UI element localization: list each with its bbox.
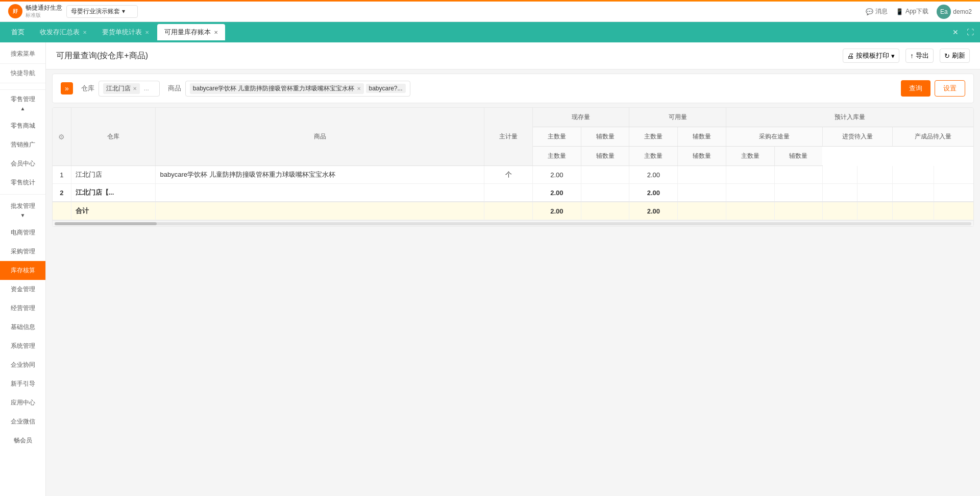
main-layout: 搜索菜单 快捷导航 零售管理 ▲ 零售商城 营销推广 会员中心 零售统计 批发管… [0, 42, 980, 496]
sidebar-quicknav[interactable]: 快捷导航 [0, 66, 45, 81]
scrollbar-track[interactable] [55, 222, 971, 225]
table-row: 1 江北门店 babycare学饮杯 儿童防摔防撞吸管杯重力球吸嘴杯宝宝水杯 个… [53, 166, 973, 184]
warehouse-input[interactable]: 江北门店 ✕ ... [99, 81, 160, 97]
sidebar-item-basic-label: 基础信息 [11, 323, 35, 332]
logo-area: 好 畅捷通好生意 标准版 [8, 4, 62, 18]
td-available-aux-2 [678, 184, 726, 202]
td-product-main-2 [893, 184, 934, 202]
td-product-aux-1 [934, 166, 973, 184]
td-inbound-aux-2 [857, 184, 893, 202]
td-inbound-main-2 [822, 184, 857, 202]
tab-available-stock[interactable]: 可用量库存账本 ✕ [157, 24, 225, 40]
td-summary-pon-way-aux [774, 202, 822, 220]
sidebar-item-appstore[interactable]: 应用中心 [0, 393, 45, 412]
sidebar-item-system[interactable]: 系统管理 [0, 337, 45, 356]
th-product: 商品 [156, 108, 484, 166]
tab-home[interactable]: 首页 [4, 24, 32, 40]
td-warehouse-2: 江北门店【... [71, 184, 156, 202]
sidebar-item-vip[interactable]: 畅会员 [0, 431, 45, 450]
td-pon-way-aux-1 [774, 166, 822, 184]
warehouse-tag-close[interactable]: ✕ [133, 86, 137, 91]
divider-2 [0, 83, 45, 83]
sidebar: 搜索菜单 快捷导航 零售管理 ▲ 零售商城 营销推广 会员中心 零售统计 批发管… [0, 42, 46, 496]
sidebar-item-inventory[interactable]: 库存核算 [0, 261, 45, 280]
warehouse-dots[interactable]: ... [142, 85, 151, 92]
sidebar-item-finance-label: 资金管理 [11, 285, 35, 294]
export-icon: ↑ [910, 52, 914, 60]
th-current-aux: 辅数量 [581, 127, 629, 147]
sidebar-item-finance[interactable]: 资金管理 [0, 280, 45, 299]
sidebar-item-retail[interactable]: 零售管理 ▲ [0, 90, 45, 116]
org-select[interactable]: 母婴行业演示账套 ▾ [66, 5, 138, 18]
th-current-main: 主数量 [532, 127, 581, 147]
export-btn[interactable]: ↑ 导出 [905, 49, 934, 63]
refresh-btn[interactable]: ↻ 刷新 [940, 49, 970, 63]
template-print-arrow: ▾ [891, 52, 895, 60]
sidebar-item-vip-label: 畅会员 [14, 436, 32, 445]
th-available-aux: 辅数量 [678, 127, 726, 147]
tab-order-stats[interactable]: 要货单统计表 ✕ [95, 24, 156, 40]
product-tag-2: babycare?... [366, 84, 406, 93]
logo-text: 畅捷通好生意 [26, 4, 62, 11]
sidebar-item-enterprise[interactable]: 企业协同 [0, 356, 45, 374]
user-area[interactable]: Ea demo2 [937, 5, 972, 19]
sidebar-item-purchase[interactable]: 采购管理 [0, 242, 45, 261]
th-inbound-pending-aux: 辅数量 [678, 147, 726, 166]
sidebar-item-basic[interactable]: 基础信息 [0, 318, 45, 337]
sidebar-search[interactable]: 搜索菜单 [0, 46, 45, 61]
sidebar-item-retail-stats[interactable]: 零售统计 [0, 173, 45, 192]
summary-row: 合计 2.00 2.00 [53, 202, 973, 220]
td-summary-pon-way-main [726, 202, 774, 220]
tab-order-stats-close[interactable]: ✕ [145, 30, 149, 35]
sidebar-item-retail-arrow: ▲ [20, 106, 26, 111]
tab-close-all-icon[interactable]: ✕ [950, 26, 961, 38]
settings-btn[interactable]: 设置 [935, 80, 965, 97]
table-settings-icon[interactable]: ⚙ [58, 133, 65, 141]
tab-receive-send-close[interactable]: ✕ [83, 30, 87, 35]
app-download-icon: 📱 [896, 8, 903, 15]
query-btn[interactable]: 查询 [901, 80, 930, 97]
sidebar-item-member[interactable]: 会员中心 [0, 154, 45, 173]
sidebar-item-newbie-label: 新手引导 [11, 380, 35, 388]
sidebar-item-marketing[interactable]: 营销推广 [0, 135, 45, 154]
product-input[interactable]: babycare学饮杯 儿童防摔防撞吸管杯重力球吸嘴杯宝宝水杯 ✕ babyca… [185, 81, 410, 97]
message-btn[interactable]: 💬 消息 [866, 7, 888, 16]
refresh-label: 刷新 [952, 51, 965, 60]
td-summary-current-aux [581, 202, 629, 220]
sidebar-top: 搜索菜单 快捷导航 [0, 42, 45, 90]
app-download-btn[interactable]: 📱 App下载 [896, 7, 928, 16]
sidebar-item-ecommerce[interactable]: 电商管理 [0, 223, 45, 242]
sidebar-item-operations[interactable]: 经营管理 [0, 299, 45, 318]
td-summary-unit [484, 202, 533, 220]
sidebar-item-wechat[interactable]: 企业微信 [0, 412, 45, 431]
sidebar-item-system-label: 系统管理 [11, 342, 35, 350]
filter-actions: 查询 设置 [901, 80, 965, 97]
td-available-main-1: 2.00 [629, 166, 678, 184]
th-main-unit: 主计量 [484, 108, 533, 166]
template-print-btn[interactable]: 🖨 按模板打印 ▾ [843, 49, 899, 63]
tab-receive-send[interactable]: 收发存汇总表 ✕ [33, 24, 94, 40]
td-inbound-main-1 [822, 166, 857, 184]
scrollbar-thumb[interactable] [55, 222, 157, 225]
main-table: ⚙ 仓库 商品 主计量 现存量 可用量 预计入库量 主数量 辅数量 主数量 辅数… [53, 108, 973, 220]
product-tag-1-close[interactable]: ✕ [357, 86, 361, 91]
refresh-icon: ↻ [944, 52, 950, 60]
td-summary-inbound-aux [857, 202, 893, 220]
sidebar-item-member-label: 会员中心 [11, 159, 35, 168]
td-unit-1: 个 [484, 166, 533, 184]
td-no-1: 1 [53, 166, 71, 184]
tab-expand-icon[interactable]: ⛶ [965, 26, 976, 38]
td-warehouse-1: 江北门店 [71, 166, 156, 184]
sidebar-item-retail-mall-label: 零售商城 [11, 122, 35, 130]
sidebar-item-newbie[interactable]: 新手引导 [0, 374, 45, 393]
filter-expand-btn[interactable]: » [61, 82, 73, 95]
sidebar-item-marketing-label: 营销推广 [11, 140, 35, 149]
sidebar-item-retail-stats-label: 零售统计 [11, 178, 35, 187]
th-purchase-on-way-aux: 辅数量 [581, 147, 629, 166]
sidebar-item-retail-mall[interactable]: 零售商城 [0, 116, 45, 135]
td-current-aux-1 [581, 166, 629, 184]
sidebar-item-wholesale-label: 批发管理 [11, 202, 35, 210]
sidebar-item-inventory-label: 库存核算 [11, 266, 35, 275]
sidebar-item-wholesale[interactable]: 批发管理 ▼ [0, 197, 45, 223]
tab-available-stock-close[interactable]: ✕ [214, 30, 218, 35]
